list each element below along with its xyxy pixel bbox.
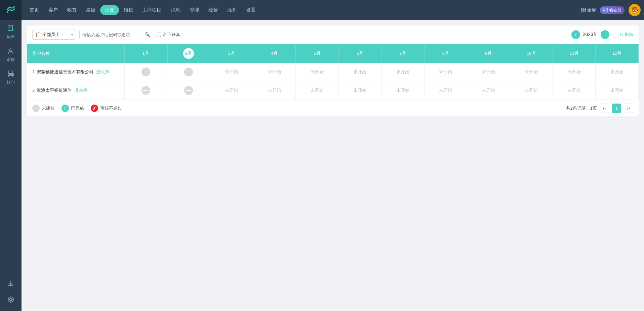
row-month-5[interactable]: 未开始 [296, 63, 338, 81]
refresh-icon: ↻ [619, 32, 623, 37]
row-month-12[interactable]: 未开始 [596, 63, 639, 81]
row-month-4[interactable]: 未开始 [253, 63, 295, 81]
legend-not-built: — 未建账 [32, 105, 55, 112]
row-month-1[interactable]: — [124, 81, 167, 100]
row-name-cell: 2漠澳太平畅捷通信进账簿 [27, 81, 124, 100]
status-not-started: 未开始 [482, 88, 495, 93]
nav-invoice[interactable]: 票据 [81, 5, 100, 15]
col-jan: 1月 [124, 44, 167, 63]
status-not-started: 未开始 [568, 69, 581, 74]
svg-rect-19 [604, 8, 608, 12]
audit-icon [6, 46, 15, 56]
refresh-button[interactable]: ↻ 刷新 [619, 32, 633, 38]
row-month-8[interactable]: 未开始 [424, 81, 467, 100]
row-month-10[interactable]: 未开始 [510, 81, 553, 100]
row-month-2[interactable]: — [167, 63, 210, 81]
status-not-started: 未开始 [439, 69, 452, 74]
row-month-4[interactable]: 未开始 [253, 81, 295, 100]
nav-operation[interactable]: 经营 [204, 5, 223, 15]
search-icon[interactable]: 🔍 [145, 32, 150, 37]
download-icon [6, 279, 15, 288]
table-footer: — 未建账 ✓ 已完成 ✗ 审核不通过 共2条记录，1页 < 1 > [27, 100, 639, 116]
svg-rect-16 [584, 8, 586, 10]
fullscreen-label: 全屏 [587, 7, 596, 13]
row-month-2[interactable]: — [167, 81, 210, 100]
search-input[interactable] [82, 32, 145, 37]
row-month-3[interactable]: 未开始 [210, 81, 253, 100]
row-month-1[interactable]: — [124, 63, 167, 81]
status-not-started: 未开始 [268, 88, 281, 93]
avatar[interactable]: 🐯 [629, 4, 641, 16]
row-number: 2 [32, 88, 35, 93]
legend-completed-label: 已完成 [71, 105, 84, 111]
enter-ledger-link[interactable]: 进账簿 [74, 88, 87, 93]
legend-rejected: ✗ 审核不通过 [91, 105, 122, 112]
enter-ledger-link[interactable]: 进账簿 [96, 69, 109, 74]
year-text: 2023年 [583, 32, 598, 38]
sidebar: 记账 审核 打印 [0, 0, 22, 311]
year-nav: ‹ 2023年 › [571, 30, 609, 39]
col-mar: 3月 [210, 44, 253, 63]
row-month-11[interactable]: 未开始 [553, 63, 596, 81]
refresh-label: 刷新 [625, 32, 633, 38]
status-not-started: 未开始 [525, 69, 538, 74]
fullscreen-button[interactable]: 全屏 [581, 7, 596, 13]
total-text: 共2条记录，1页 [566, 105, 597, 111]
nav-message[interactable]: 消息 [166, 5, 185, 15]
nav-settings[interactable]: 设置 [241, 5, 260, 15]
status-dash-icon: — [184, 86, 193, 95]
status-not-started: 未开始 [396, 69, 409, 74]
nav-management[interactable]: 管理 [185, 5, 204, 15]
status-not-started: 未开始 [225, 69, 238, 74]
col-sep: 9月 [467, 44, 510, 63]
svg-rect-7 [9, 75, 13, 77]
row-month-11[interactable]: 未开始 [553, 81, 596, 100]
nav-home[interactable]: 首页 [25, 5, 44, 15]
employee-selector[interactable]: 📋 全部员工 ▾ [32, 30, 76, 40]
nav-business[interactable]: 工商项目 [138, 5, 166, 15]
row-month-10[interactable]: 未开始 [510, 63, 553, 81]
sidebar-item-print[interactable]: 打印 [0, 66, 22, 89]
status-not-started: 未开始 [482, 69, 495, 74]
support-icon [6, 295, 15, 304]
vip-button[interactable]: 畅会员 [600, 6, 625, 14]
status-not-started: 未开始 [439, 88, 452, 93]
status-not-started: 未开始 [225, 88, 238, 93]
my-accounts-checkbox[interactable] [157, 33, 161, 37]
status-dash-icon: — [142, 68, 150, 76]
my-accounts-label[interactable]: 名下账套 [157, 32, 180, 38]
row-month-5[interactable]: 未开始 [296, 81, 338, 100]
row-month-8[interactable]: 未开始 [424, 63, 467, 81]
row-month-7[interactable]: 未开始 [381, 63, 424, 81]
row-month-7[interactable]: 未开始 [381, 81, 424, 100]
sidebar-item-audit[interactable]: 审核 [0, 43, 22, 66]
nav-service[interactable]: 服务 [223, 5, 241, 15]
sidebar-item-bookkeeping[interactable]: 记账 [0, 20, 22, 43]
row-month-6[interactable]: 未开始 [338, 81, 381, 100]
status-not-started: 未开始 [353, 88, 366, 93]
nav-bookkeeping[interactable]: 记账 [100, 5, 119, 15]
current-month-circle: 2月 [183, 48, 194, 59]
nav-fee[interactable]: 收费 [63, 5, 81, 15]
row-month-9[interactable]: 未开始 [467, 81, 510, 100]
year-next-button[interactable]: › [601, 30, 609, 39]
employee-icon: 📋 [35, 32, 41, 37]
row-month-12[interactable]: 未开始 [596, 81, 639, 100]
row-month-9[interactable]: 未开始 [467, 63, 510, 81]
page-1-button[interactable]: 1 [612, 104, 621, 113]
sidebar-item-support[interactable] [0, 291, 22, 308]
status-dash-icon: — [184, 68, 193, 76]
status-not-started: 未开始 [396, 88, 409, 93]
sidebar-item-download[interactable] [0, 275, 22, 291]
row-month-3[interactable]: 未开始 [210, 63, 253, 81]
svg-rect-4 [12, 29, 13, 31]
year-prev-button[interactable]: ‹ [571, 30, 580, 39]
legend-rejected-label: 审核不通过 [100, 105, 122, 111]
nav-tax[interactable]: 报税 [119, 5, 138, 15]
page-next-button[interactable]: > [624, 104, 633, 113]
sidebar-logo [0, 0, 22, 20]
nav-customer[interactable]: 客户 [44, 5, 63, 15]
row-month-6[interactable]: 未开始 [338, 63, 381, 81]
page-prev-button[interactable]: < [600, 104, 609, 113]
col-name: 客户名称 [27, 44, 124, 63]
